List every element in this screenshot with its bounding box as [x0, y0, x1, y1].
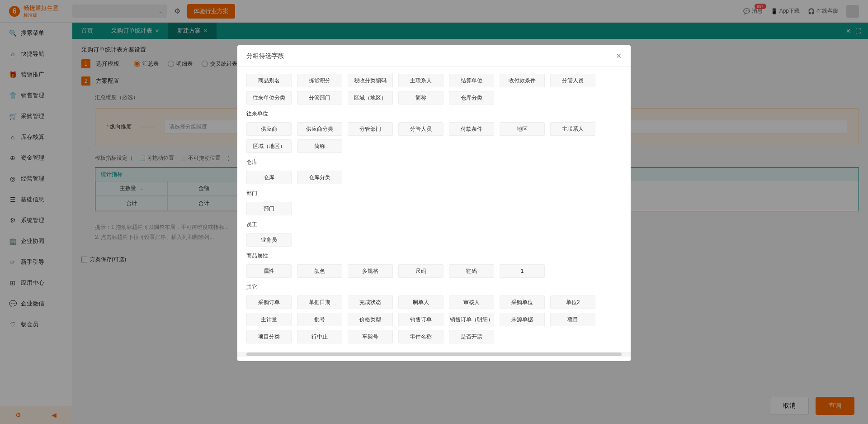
field-chip[interactable]: 销售订单 — [398, 313, 443, 326]
field-chip[interactable]: 付款条件 — [449, 122, 494, 136]
field-chip[interactable]: 单位2 — [550, 295, 595, 309]
field-chip-row: 部门 — [246, 202, 622, 215]
field-chip-row: 属性颜色多规格尺码鞋码1 — [246, 264, 622, 278]
field-chip[interactable]: 供应商 — [246, 122, 292, 136]
field-group-title: 其它 — [246, 283, 622, 291]
field-chip[interactable]: 地区 — [500, 122, 545, 136]
modal-header: 分组待选字段 ✕ — [237, 45, 631, 67]
field-chip[interactable]: 业务员 — [246, 233, 292, 247]
field-chip[interactable]: 车架号 — [348, 330, 393, 343]
field-chip[interactable]: 商品别名 — [246, 74, 292, 87]
field-chip[interactable]: 价格类型 — [348, 313, 393, 326]
field-chip-row: 主计量批号价格类型销售订单销售订单（明细）来源单据项目 — [246, 313, 622, 326]
field-chip[interactable]: 往来单位分类 — [246, 91, 292, 105]
field-chip[interactable]: 1 — [500, 264, 545, 278]
field-chip[interactable]: 采购单位 — [500, 295, 545, 309]
field-chip[interactable]: 分管部门 — [348, 122, 393, 136]
field-chip[interactable]: 主联系人 — [398, 74, 443, 87]
field-chip[interactable]: 是否开票 — [449, 330, 494, 343]
modal-title: 分组待选字段 — [246, 52, 284, 60]
field-chip[interactable]: 采购订单 — [246, 295, 292, 309]
field-chip[interactable]: 税收分类编码 — [348, 74, 393, 87]
field-group-title: 往来单位 — [246, 110, 622, 118]
field-chip[interactable]: 销售订单（明细） — [449, 313, 494, 326]
field-chip[interactable]: 拣货积分 — [297, 74, 342, 87]
field-group-title: 商品属性 — [246, 252, 622, 260]
field-chip[interactable]: 项目分类 — [246, 330, 292, 343]
field-group-title: 员工 — [246, 221, 622, 229]
field-chip[interactable]: 单据日期 — [297, 295, 342, 309]
field-chip-row: 往来单位分类分管部门区域（地区）简称仓库分类 — [246, 91, 622, 105]
field-group-title: 部门 — [246, 190, 622, 197]
field-chip[interactable]: 仓库分类 — [297, 171, 342, 184]
modal-body: 商品别名拣货积分税收分类编码主联系人结算单位收付款条件分管人员往来单位分类分管部… — [237, 67, 631, 349]
field-chip-row: 项目分类行中止车架号零件名称是否开票 — [246, 330, 622, 343]
field-selector-modal: 分组待选字段 ✕ 商品别名拣货积分税收分类编码主联系人结算单位收付款条件分管人员… — [237, 45, 631, 361]
field-chip[interactable]: 行中止 — [297, 330, 342, 343]
field-chip[interactable]: 供应商分类 — [297, 122, 342, 136]
field-chip[interactable]: 区域（地区） — [246, 139, 292, 153]
field-chip-row: 供应商供应商分类分管部门分管人员付款条件地区主联系人 — [246, 122, 622, 136]
field-chip-row: 区域（地区）简称 — [246, 139, 622, 153]
field-chip[interactable]: 分管人员 — [550, 74, 595, 87]
field-chip[interactable]: 制单人 — [398, 295, 443, 309]
field-chip[interactable]: 来源单据 — [500, 313, 545, 326]
field-group-title: 仓库 — [246, 158, 622, 166]
field-chip[interactable]: 完成状态 — [348, 295, 393, 309]
field-chip[interactable]: 部门 — [246, 202, 292, 215]
field-chip[interactable]: 简称 — [398, 91, 443, 105]
field-chip[interactable]: 简称 — [297, 139, 342, 153]
field-chip[interactable]: 分管人员 — [398, 122, 443, 136]
field-chip[interactable]: 主联系人 — [550, 122, 595, 136]
field-chip[interactable]: 零件名称 — [398, 330, 443, 343]
field-chip-row: 业务员 — [246, 233, 622, 247]
field-chip[interactable]: 仓库分类 — [449, 91, 494, 105]
modal-overlay[interactable]: 分组待选字段 ✕ 商品别名拣货积分税收分类编码主联系人结算单位收付款条件分管人员… — [0, 0, 868, 424]
field-chip[interactable]: 属性 — [246, 264, 292, 278]
field-chip[interactable]: 仓库 — [246, 171, 292, 184]
field-chip-row: 商品别名拣货积分税收分类编码主联系人结算单位收付款条件分管人员 — [246, 74, 622, 87]
field-chip[interactable]: 收付款条件 — [500, 74, 545, 87]
field-chip[interactable]: 尺码 — [398, 264, 443, 278]
field-chip[interactable]: 鞋码 — [449, 264, 494, 278]
field-chip-row: 采购订单单据日期完成状态制单人审核人采购单位单位2 — [246, 295, 622, 309]
field-chip[interactable]: 批号 — [297, 313, 342, 326]
field-chip[interactable]: 多规格 — [348, 264, 393, 278]
close-icon[interactable]: ✕ — [616, 52, 622, 60]
field-chip[interactable]: 项目 — [550, 313, 595, 326]
field-chip[interactable]: 颜色 — [297, 264, 342, 278]
field-chip[interactable]: 主计量 — [246, 313, 292, 326]
field-chip-row: 仓库仓库分类 — [246, 171, 622, 184]
field-chip[interactable]: 审核人 — [449, 295, 494, 309]
field-chip[interactable]: 区域（地区） — [348, 91, 393, 105]
field-chip[interactable]: 结算单位 — [449, 74, 494, 87]
field-chip[interactable]: 分管部门 — [297, 91, 342, 105]
modal-horizontal-scrollbar[interactable] — [237, 352, 631, 357]
